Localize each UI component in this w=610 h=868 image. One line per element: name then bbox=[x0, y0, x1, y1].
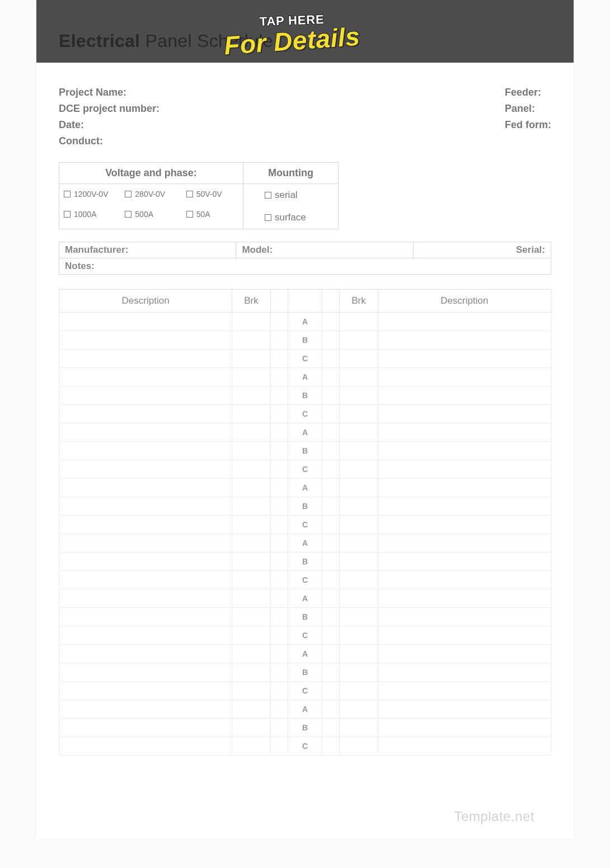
brk-left-cell[interactable] bbox=[232, 608, 270, 626]
brk-right-cell[interactable] bbox=[340, 331, 378, 350]
desc-left-cell[interactable] bbox=[59, 626, 232, 645]
brk-left-cell[interactable] bbox=[232, 350, 270, 368]
mounting-option-serial[interactable]: serial bbox=[260, 184, 302, 206]
desc-left-cell[interactable] bbox=[59, 497, 232, 516]
desc-right-cell[interactable] bbox=[378, 516, 551, 534]
brk-left-cell[interactable] bbox=[232, 553, 270, 571]
desc-left-cell[interactable] bbox=[59, 460, 232, 479]
vp-option-50v[interactable]: 50V-0V bbox=[182, 184, 243, 204]
vp-option-1000a[interactable]: 1000A bbox=[59, 204, 120, 224]
vp-option-50a[interactable]: 50A bbox=[182, 204, 243, 224]
brk-left-cell[interactable] bbox=[232, 497, 270, 516]
desc-right-cell[interactable] bbox=[378, 700, 551, 719]
desc-right-cell[interactable] bbox=[378, 645, 551, 663]
vp-option-280v[interactable]: 280V-0V bbox=[120, 184, 181, 204]
desc-right-cell[interactable] bbox=[378, 626, 551, 645]
brk-left-cell[interactable] bbox=[232, 516, 270, 534]
vp-option-1200v[interactable]: 1200V-0V bbox=[59, 184, 120, 204]
brk-left-cell[interactable] bbox=[232, 719, 270, 737]
desc-left-cell[interactable] bbox=[59, 368, 232, 386]
brk-right-cell[interactable] bbox=[340, 663, 378, 682]
desc-right-cell[interactable] bbox=[378, 313, 551, 331]
brk-left-cell[interactable] bbox=[232, 405, 270, 423]
brk-left-cell[interactable] bbox=[232, 571, 270, 589]
brk-right-cell[interactable] bbox=[340, 589, 378, 608]
brk-right-cell[interactable] bbox=[340, 719, 378, 737]
desc-left-cell[interactable] bbox=[59, 589, 232, 608]
desc-right-cell[interactable] bbox=[378, 497, 551, 516]
desc-left-cell[interactable] bbox=[59, 423, 232, 442]
desc-left-cell[interactable] bbox=[59, 534, 232, 553]
desc-left-cell[interactable] bbox=[59, 516, 232, 534]
brk-left-cell[interactable] bbox=[232, 645, 270, 663]
desc-right-cell[interactable] bbox=[378, 589, 551, 608]
desc-left-cell[interactable] bbox=[59, 331, 232, 350]
mounting-option-surface[interactable]: surface bbox=[260, 206, 311, 229]
brk-left-cell[interactable] bbox=[232, 700, 270, 719]
brk-right-cell[interactable] bbox=[340, 386, 378, 405]
brk-right-cell[interactable] bbox=[340, 534, 378, 553]
brk-right-cell[interactable] bbox=[340, 313, 378, 331]
desc-right-cell[interactable] bbox=[378, 737, 551, 756]
desc-left-cell[interactable] bbox=[59, 571, 232, 589]
desc-left-cell[interactable] bbox=[59, 663, 232, 682]
brk-right-cell[interactable] bbox=[340, 626, 378, 645]
brk-right-cell[interactable] bbox=[340, 682, 378, 700]
brk-right-cell[interactable] bbox=[340, 479, 378, 497]
brk-right-cell[interactable] bbox=[340, 645, 378, 663]
brk-left-cell[interactable] bbox=[232, 589, 270, 608]
brk-left-cell[interactable] bbox=[232, 663, 270, 682]
desc-right-cell[interactable] bbox=[378, 368, 551, 386]
desc-left-cell[interactable] bbox=[59, 386, 232, 405]
desc-left-cell[interactable] bbox=[59, 719, 232, 737]
desc-left-cell[interactable] bbox=[59, 442, 232, 460]
desc-right-cell[interactable] bbox=[378, 460, 551, 479]
brk-right-cell[interactable] bbox=[340, 368, 378, 386]
desc-left-cell[interactable] bbox=[59, 737, 232, 756]
desc-left-cell[interactable] bbox=[59, 700, 232, 719]
brk-left-cell[interactable] bbox=[232, 423, 270, 442]
brk-right-cell[interactable] bbox=[340, 571, 378, 589]
desc-left-cell[interactable] bbox=[59, 645, 232, 663]
desc-left-cell[interactable] bbox=[59, 313, 232, 331]
brk-left-cell[interactable] bbox=[232, 682, 270, 700]
desc-right-cell[interactable] bbox=[378, 442, 551, 460]
brk-left-cell[interactable] bbox=[232, 386, 270, 405]
brk-left-cell[interactable] bbox=[232, 460, 270, 479]
desc-right-cell[interactable] bbox=[378, 663, 551, 682]
desc-right-cell[interactable] bbox=[378, 386, 551, 405]
brk-left-cell[interactable] bbox=[232, 534, 270, 553]
desc-right-cell[interactable] bbox=[378, 682, 551, 700]
desc-right-cell[interactable] bbox=[378, 553, 551, 571]
desc-right-cell[interactable] bbox=[378, 350, 551, 368]
desc-left-cell[interactable] bbox=[59, 479, 232, 497]
brk-right-cell[interactable] bbox=[340, 700, 378, 719]
desc-left-cell[interactable] bbox=[59, 608, 232, 626]
desc-left-cell[interactable] bbox=[59, 553, 232, 571]
desc-right-cell[interactable] bbox=[378, 331, 551, 350]
desc-right-cell[interactable] bbox=[378, 423, 551, 442]
brk-left-cell[interactable] bbox=[232, 479, 270, 497]
desc-right-cell[interactable] bbox=[378, 534, 551, 553]
brk-right-cell[interactable] bbox=[340, 350, 378, 368]
brk-right-cell[interactable] bbox=[340, 423, 378, 442]
brk-right-cell[interactable] bbox=[340, 553, 378, 571]
brk-right-cell[interactable] bbox=[340, 442, 378, 460]
brk-right-cell[interactable] bbox=[340, 516, 378, 534]
desc-left-cell[interactable] bbox=[59, 350, 232, 368]
desc-right-cell[interactable] bbox=[378, 405, 551, 423]
desc-right-cell[interactable] bbox=[378, 608, 551, 626]
desc-left-cell[interactable] bbox=[59, 682, 232, 700]
brk-left-cell[interactable] bbox=[232, 737, 270, 756]
brk-left-cell[interactable] bbox=[232, 331, 270, 350]
brk-right-cell[interactable] bbox=[340, 405, 378, 423]
desc-right-cell[interactable] bbox=[378, 719, 551, 737]
brk-left-cell[interactable] bbox=[232, 626, 270, 645]
desc-right-cell[interactable] bbox=[378, 479, 551, 497]
desc-left-cell[interactable] bbox=[59, 405, 232, 423]
desc-right-cell[interactable] bbox=[378, 571, 551, 589]
brk-right-cell[interactable] bbox=[340, 460, 378, 479]
brk-right-cell[interactable] bbox=[340, 737, 378, 756]
brk-right-cell[interactable] bbox=[340, 608, 378, 626]
vp-option-500a[interactable]: 500A bbox=[120, 204, 181, 224]
